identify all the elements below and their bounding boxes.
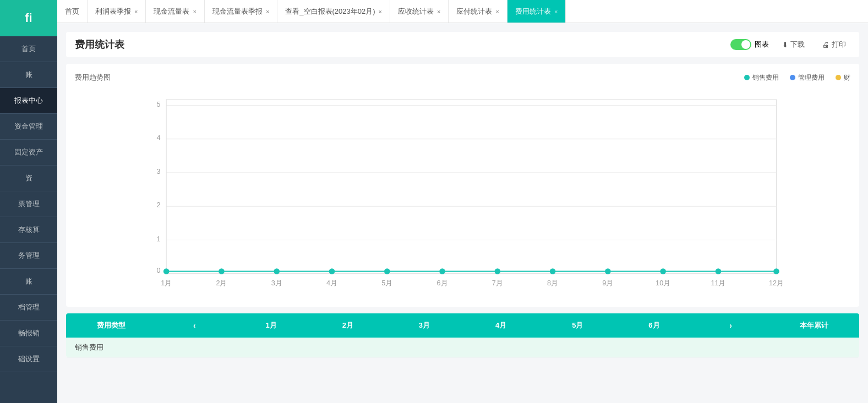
td-m3 bbox=[389, 338, 465, 357]
svg-text:0: 0 bbox=[157, 267, 161, 274]
legend-admin-label: 管理费用 bbox=[798, 73, 825, 82]
nav-next-arrow[interactable]: › bbox=[727, 320, 734, 331]
legend-sales-dot bbox=[744, 75, 750, 80]
td-m5 bbox=[541, 338, 617, 357]
logo: fi bbox=[0, 0, 57, 36]
sidebar-item-settings[interactable]: 础设置 bbox=[0, 346, 57, 372]
tab-expense-stat-close[interactable]: × bbox=[554, 8, 558, 15]
th-month2: 2月 bbox=[309, 321, 386, 330]
svg-point-24 bbox=[773, 268, 779, 274]
chart-toggle-wrap: 图表 bbox=[730, 39, 769, 50]
svg-text:3: 3 bbox=[157, 168, 161, 175]
chart-header: 费用趋势图 销售费用 管理费用 财 bbox=[75, 73, 850, 82]
nav-prev-arrow[interactable]: ‹ bbox=[191, 320, 198, 331]
download-icon: ⬇ bbox=[782, 41, 788, 49]
chart-toggle[interactable] bbox=[730, 39, 751, 50]
svg-point-13 bbox=[163, 268, 170, 274]
tab-profit-close[interactable]: × bbox=[134, 8, 138, 15]
svg-point-23 bbox=[716, 268, 722, 274]
sidebar: fi 首页 账 报表中心 资金管理 固定资产 资 票管理 存核算 务管理 账 档… bbox=[0, 0, 57, 403]
sidebar-item-capital[interactable]: 资 bbox=[0, 165, 57, 191]
th-next-nav[interactable]: › bbox=[692, 320, 769, 331]
print-icon: 🖨 bbox=[822, 41, 829, 49]
sidebar-item-asset[interactable]: 固定资产 bbox=[0, 140, 57, 165]
td-spacer bbox=[160, 338, 236, 357]
svg-text:10月: 10月 bbox=[656, 279, 670, 287]
main-area: 首页 利润表季报 × 现金流量表 × 现金流量表季报 × 查看_空白报表(202… bbox=[57, 0, 868, 403]
tab-payable-close[interactable]: × bbox=[495, 8, 499, 15]
svg-point-21 bbox=[605, 268, 611, 274]
tabbar: 首页 利润表季报 × 现金流量表 × 现金流量表季报 × 查看_空白报表(202… bbox=[57, 0, 868, 23]
legend-finance-dot bbox=[836, 75, 841, 80]
svg-point-22 bbox=[660, 268, 666, 274]
tab-cashflow-quarter[interactable]: 现金流量表季报 × bbox=[205, 0, 277, 23]
td-m4 bbox=[465, 338, 541, 357]
th-ytd: 本年累计 bbox=[769, 321, 859, 330]
sidebar-item-home[interactable]: 首页 bbox=[0, 36, 57, 62]
svg-point-18 bbox=[439, 268, 445, 274]
chart-toggle-label: 图表 bbox=[755, 40, 769, 49]
legend-admin: 管理费用 bbox=[790, 73, 825, 82]
th-month3: 3月 bbox=[386, 321, 462, 330]
td-type: 销售费用 bbox=[66, 338, 160, 357]
svg-text:12月: 12月 bbox=[769, 279, 784, 287]
chart-title: 费用趋势图 bbox=[75, 73, 111, 82]
sidebar-item-ledger[interactable]: 账 bbox=[0, 269, 57, 295]
svg-text:9月: 9月 bbox=[602, 279, 613, 287]
legend-finance: 财 bbox=[836, 73, 850, 82]
tab-receivable[interactable]: 应收统计表 × bbox=[390, 0, 449, 23]
svg-point-19 bbox=[495, 268, 501, 274]
svg-text:4: 4 bbox=[157, 134, 161, 142]
sidebar-item-invoice[interactable]: 票管理 bbox=[0, 191, 57, 217]
chart-svg-container: 5 4 3 2 1 0 bbox=[75, 89, 850, 298]
svg-text:4月: 4月 bbox=[326, 279, 337, 287]
th-type: 费用类型 bbox=[66, 321, 156, 330]
chart-card: 费用趋势图 销售费用 管理费用 财 bbox=[66, 64, 859, 307]
th-month5: 5月 bbox=[539, 321, 616, 330]
sidebar-item-archive[interactable]: 档管理 bbox=[0, 295, 57, 321]
tab-expense-stat[interactable]: 费用统计表 × bbox=[507, 0, 566, 23]
page-header: 费用统计表 图表 ⬇ 下载 🖨 打印 bbox=[66, 32, 859, 57]
tab-profit[interactable]: 利润表季报 × bbox=[88, 0, 146, 23]
sidebar-item-expense[interactable]: 畅报销 bbox=[0, 321, 57, 346]
sidebar-item-inventory[interactable]: 存核算 bbox=[0, 217, 57, 243]
sidebar-item-report[interactable]: 报表中心 bbox=[0, 88, 57, 114]
td-m2 bbox=[313, 338, 389, 357]
print-button[interactable]: 🖨 打印 bbox=[818, 37, 850, 52]
chart-legend: 销售费用 管理费用 财 bbox=[744, 73, 850, 82]
th-month6: 6月 bbox=[616, 321, 692, 330]
td-nav-spacer bbox=[694, 338, 769, 357]
tab-cashflow-close[interactable]: × bbox=[193, 8, 196, 15]
tab-payable[interactable]: 应付统计表 × bbox=[449, 0, 507, 23]
tab-receivable-close[interactable]: × bbox=[437, 8, 440, 15]
sidebar-item-account[interactable]: 账 bbox=[0, 62, 57, 88]
legend-sales-label: 销售费用 bbox=[752, 73, 779, 82]
svg-point-20 bbox=[550, 268, 556, 274]
svg-point-14 bbox=[219, 268, 225, 274]
td-m1 bbox=[236, 338, 312, 357]
header-actions: 图表 ⬇ 下载 🖨 打印 bbox=[730, 37, 850, 52]
tab-blank-report[interactable]: 查看_空白报表(2023年02月) × bbox=[277, 0, 390, 23]
svg-text:7月: 7月 bbox=[492, 279, 503, 287]
th-prev-nav[interactable]: ‹ bbox=[156, 320, 233, 331]
th-month1: 1月 bbox=[233, 321, 309, 330]
table-header: 费用类型 ‹ 1月 2月 3月 4月 5月 bbox=[66, 313, 859, 338]
tab-cashflow[interactable]: 现金流量表 × bbox=[146, 0, 204, 23]
tab-cashflow-quarter-close[interactable]: × bbox=[266, 8, 269, 15]
tab-blank-report-close[interactable]: × bbox=[379, 8, 382, 15]
svg-text:1月: 1月 bbox=[161, 279, 172, 287]
tab-home[interactable]: 首页 bbox=[57, 0, 88, 23]
svg-text:2: 2 bbox=[157, 201, 161, 209]
td-ytd bbox=[769, 338, 859, 357]
sidebar-item-fund[interactable]: 资金管理 bbox=[0, 114, 57, 140]
svg-point-16 bbox=[329, 268, 335, 274]
content-area: 费用统计表 图表 ⬇ 下载 🖨 打印 费用趋势图 bbox=[57, 23, 868, 403]
page-title: 费用统计表 bbox=[75, 38, 124, 51]
expense-table: 费用类型 ‹ 1月 2月 3月 4月 5月 bbox=[66, 313, 859, 357]
download-button[interactable]: ⬇ 下载 bbox=[778, 37, 809, 52]
svg-text:3月: 3月 bbox=[271, 279, 282, 287]
sidebar-item-service[interactable]: 务管理 bbox=[0, 243, 57, 269]
th-month4: 4月 bbox=[463, 321, 539, 330]
svg-text:2月: 2月 bbox=[216, 279, 227, 287]
chart-svg: 5 4 3 2 1 0 bbox=[75, 89, 850, 298]
